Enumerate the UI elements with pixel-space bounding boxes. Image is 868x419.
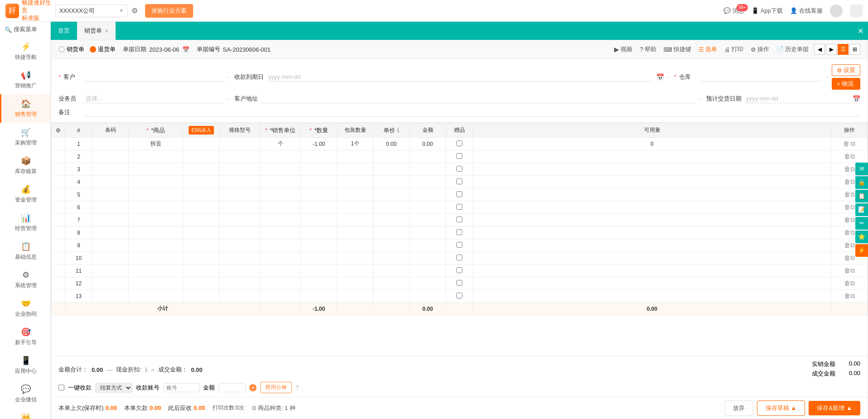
toolbar-video-btn[interactable]: ▶ 视频 xyxy=(612,44,634,54)
gift-checkbox-4[interactable] xyxy=(456,178,462,184)
prev-view-btn[interactable]: ◀ xyxy=(814,44,825,55)
delivery-date-input[interactable] xyxy=(744,94,850,103)
gift-checkbox-3[interactable] xyxy=(456,166,462,172)
toolbar-history-btn[interactable]: 📄 历史单据 xyxy=(775,44,810,54)
company-selector[interactable]: XXXXXX公司 ▼ xyxy=(55,5,128,17)
settings-action-btn[interactable]: ⚙ 设置 xyxy=(832,64,860,76)
rfloat-btn-2[interactable]: 🔒 xyxy=(855,176,868,189)
receipt-date-calendar-icon[interactable]: 📅 xyxy=(656,73,664,81)
message-icon-item[interactable]: 💬 消息 99+ xyxy=(723,7,744,15)
gift-checkbox-7[interactable] xyxy=(456,217,462,222)
notes-input[interactable] xyxy=(84,108,860,117)
list-view-btn[interactable]: ☰ xyxy=(838,44,849,55)
delete-row-4-btn[interactable]: 🗑 xyxy=(844,178,850,185)
rfloat-btn-6[interactable]: ⭐ xyxy=(855,231,868,243)
sidebar-item-marketing[interactable]: 📢 营销推广 xyxy=(0,66,50,94)
radio-return[interactable]: 退货单 xyxy=(90,45,116,53)
gift-checkbox-2[interactable] xyxy=(456,153,462,159)
customer-input[interactable] xyxy=(84,72,224,82)
logistics-action-btn[interactable]: + 物流 xyxy=(832,78,860,90)
company-settings-icon[interactable]: ⚙ xyxy=(128,4,141,18)
discard-button[interactable]: 放弃 xyxy=(724,400,753,416)
tab-home[interactable]: 首页 xyxy=(51,22,77,40)
gift-checkbox-1[interactable] xyxy=(456,140,462,146)
user-avatar[interactable] xyxy=(830,5,843,17)
copy-row-12-btn[interactable]: ⧉ xyxy=(850,279,855,287)
copy-row-8-btn[interactable]: ⧉ xyxy=(850,229,855,236)
salesperson-input[interactable] xyxy=(84,94,224,103)
sidebar-item-newbie[interactable]: 🎯 新手引导 xyxy=(0,323,50,351)
copy-row-6-btn[interactable]: ⧉ xyxy=(850,203,855,211)
amount-input[interactable] xyxy=(218,383,246,392)
online-service-item[interactable]: 👤 在线客服 xyxy=(790,7,823,15)
warehouse-input[interactable]: 建材仓 xyxy=(699,72,822,82)
save-draft-button[interactable]: 保存草稿 ▲ xyxy=(757,400,805,416)
delete-row-1-btn[interactable]: 🗑 xyxy=(843,140,849,147)
gift-checkbox-11[interactable] xyxy=(456,267,462,273)
sidebar-item-sales[interactable]: 🏠 销售管理 xyxy=(0,94,50,123)
scan-button[interactable]: 扫码录入 xyxy=(189,126,214,135)
expense-split-btn[interactable]: 费用分摊 xyxy=(260,382,292,393)
gift-checkbox-9[interactable] xyxy=(456,242,462,248)
sidebar-item-operations[interactable]: 📊 经营管理 xyxy=(0,208,50,237)
delivery-calendar-icon[interactable]: 📅 xyxy=(853,95,860,102)
rfloat-btn-1[interactable]: ✉ xyxy=(855,163,868,175)
receipt-date-dots[interactable]: ··· xyxy=(667,75,670,80)
copy-row-3-btn[interactable]: ⧉ xyxy=(850,165,855,173)
gift-checkbox-8[interactable] xyxy=(456,229,462,235)
sidebar-item-basic-info[interactable]: 📋 基础信息 xyxy=(0,237,50,265)
delete-row-9-btn[interactable]: 🗑 xyxy=(844,241,850,249)
toolbar-action-btn[interactable]: ⚙ 操作 xyxy=(749,44,771,54)
sidebar-item-quick-nav[interactable]: ⚡ 快捷导航 xyxy=(0,37,50,66)
radio-sales[interactable]: 销货单 xyxy=(58,45,84,53)
delete-row-11-btn[interactable]: 🗑 xyxy=(844,267,850,274)
delete-row-3-btn[interactable]: 🗑 xyxy=(844,165,850,173)
rfloat-btn-3[interactable]: 📋 xyxy=(855,190,868,202)
sidebar-item-inventory[interactable]: 📦 库存核算 xyxy=(0,151,50,180)
sidebar-item-member[interactable]: 👑 畅会员 xyxy=(0,408,50,419)
rfloat-btn-5[interactable]: ✏ xyxy=(855,217,868,230)
address-dots-btn[interactable]: ··· xyxy=(699,96,703,101)
rfloat-btn-4[interactable]: 📝 xyxy=(855,203,868,216)
copy-row-2-btn[interactable]: ⧉ xyxy=(850,153,855,160)
delete-row-8-btn[interactable]: 🗑 xyxy=(844,229,850,236)
salesperson-dots-btn[interactable]: ··· xyxy=(227,96,231,101)
delete-row-5-btn[interactable]: 🗑 xyxy=(844,191,850,198)
add-payment-btn[interactable]: + xyxy=(249,384,257,391)
date-calendar-icon[interactable]: 📅 xyxy=(182,46,189,53)
gift-checkbox-13[interactable] xyxy=(456,293,462,299)
delete-row-6-btn[interactable]: 🗑 xyxy=(844,203,850,211)
sidebar-item-enterprise[interactable]: 🤝 企业协同 xyxy=(0,294,50,323)
trial-button[interactable]: 体验行业方案 xyxy=(145,4,193,18)
toolbar-help-btn[interactable]: ? 帮助 xyxy=(638,44,658,54)
copy-row-10-btn[interactable]: ⧉ xyxy=(850,254,855,262)
save-new-button[interactable]: 保存&新增 ▲ xyxy=(809,401,860,415)
receipt-date-input[interactable] xyxy=(267,72,654,82)
next-view-btn[interactable]: ▶ xyxy=(826,44,837,55)
copy-row-5-btn[interactable]: ⧉ xyxy=(850,191,855,198)
user-menu[interactable] xyxy=(850,5,863,17)
copy-row-7-btn[interactable]: ⧉ xyxy=(850,216,855,224)
app-download-item[interactable]: 📱 App下载 xyxy=(752,7,783,15)
gift-checkbox-6[interactable] xyxy=(456,204,462,210)
sidebar-item-wechat[interactable]: 💬 企业微信 xyxy=(0,380,50,408)
toolbar-print-btn[interactable]: 🖨 打印 xyxy=(723,44,745,54)
sidebar-item-app-center[interactable]: 📱 应用中心 xyxy=(0,351,50,380)
customer-address-input[interactable] xyxy=(261,94,696,103)
warehouse-dots-btn[interactable]: ··· xyxy=(824,75,828,80)
copy-row-1-btn[interactable]: ⧉ xyxy=(851,140,855,148)
delete-row-12-btn[interactable]: 🗑 xyxy=(844,279,850,287)
tab-close-icon[interactable]: ✕ xyxy=(105,29,108,34)
gift-checkbox-12[interactable] xyxy=(456,280,462,286)
gift-checkbox-10[interactable] xyxy=(456,255,462,260)
gift-checkbox-5[interactable] xyxy=(456,191,462,197)
one-click-payment-checkbox[interactable] xyxy=(58,385,64,390)
rfloat-btn-7[interactable]: ⚡ xyxy=(855,244,868,257)
copy-row-11-btn[interactable]: ⧉ xyxy=(850,267,855,275)
copy-row-9-btn[interactable]: ⧉ xyxy=(850,241,855,249)
copy-row-13-btn[interactable]: ⧉ xyxy=(850,292,855,300)
sidebar-item-purchase[interactable]: 🛒 采购管理 xyxy=(0,123,50,151)
sidebar-item-finance[interactable]: 💰 资金管理 xyxy=(0,180,50,208)
delete-row-10-btn[interactable]: 🗑 xyxy=(844,254,850,261)
customer-dots-btn[interactable]: ··· xyxy=(227,75,231,80)
